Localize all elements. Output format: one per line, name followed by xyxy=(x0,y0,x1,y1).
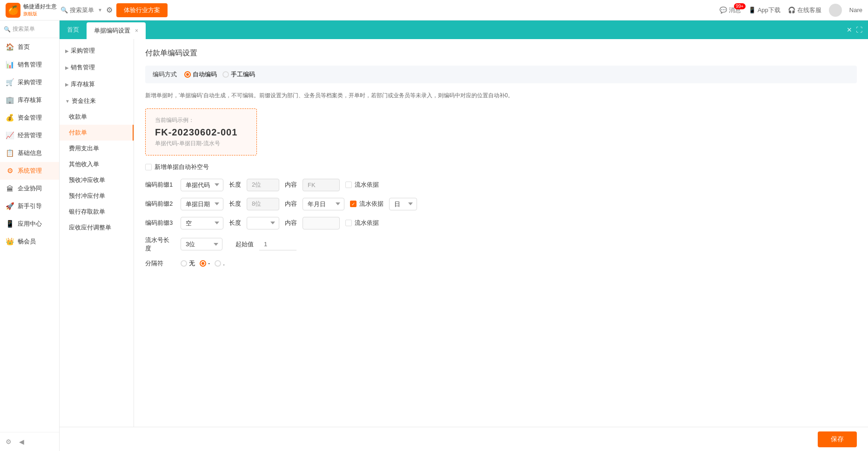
sales-icon: 📊 xyxy=(6,61,14,69)
left-nav-item-expense[interactable]: 费用支出单 xyxy=(60,141,134,156)
logo-icon: 🍊 xyxy=(6,3,20,18)
left-nav-item-prepayment[interactable]: 预付冲应付单 xyxy=(60,188,134,204)
sidebar-item-finance[interactable]: 💰 资金管理 xyxy=(0,109,59,127)
sidebar-item-sales[interactable]: 📊 销售管理 xyxy=(0,56,59,74)
separator-row: 分隔符 无 - . xyxy=(145,259,857,268)
prefix1-content-input xyxy=(303,179,340,191)
left-nav-purchase-title[interactable]: ▶ 采购管理 xyxy=(60,43,134,59)
sep-dot-radio[interactable]: . xyxy=(215,260,225,267)
auto-fill-label: 新增单据自动补空号 xyxy=(155,163,209,171)
sidebar-item-basic[interactable]: 📋 基础信息 xyxy=(0,144,59,162)
prefix2-length-label: 长度 xyxy=(229,200,241,208)
auto-encode-radio[interactable]: 自动编码 xyxy=(184,70,217,79)
sep-dot-circle xyxy=(215,260,221,267)
prefix2-select[interactable]: 单据日期 单据代码 空 xyxy=(181,198,223,210)
message-btn[interactable]: 💬 消息 99+ xyxy=(720,6,741,14)
tab-encode-setting[interactable]: 单据编码设置 × xyxy=(87,22,146,39)
sep-none-radio[interactable]: 无 xyxy=(181,259,195,268)
left-nav-item-adjustment[interactable]: 应收应付调整单 xyxy=(60,220,134,236)
serial-length-row: 流水号长度 3位 4位 5位 起始值 xyxy=(145,236,857,253)
bottom-bar: 保存 xyxy=(60,427,868,451)
left-nav: ▶ 采购管理 ▶ 销售管理 ▶ 库存核算 xyxy=(60,39,134,427)
trial-button[interactable]: 体验行业方案 xyxy=(116,3,168,17)
serial-length-label: 流水号长度 xyxy=(145,236,175,253)
manual-radio-circle xyxy=(222,71,229,78)
prefix1-select[interactable]: 单据代码 单据日期 空 xyxy=(181,179,223,191)
sep-dash-radio[interactable]: - xyxy=(200,260,210,267)
prefix3-serial-checkbox[interactable] xyxy=(345,220,352,226)
app-download-btn[interactable]: 📱 App下载 xyxy=(748,6,781,14)
tab-home[interactable]: 首页 xyxy=(60,20,87,39)
prefix2-row: 编码前缀2 单据日期 单据代码 空 长度 内容 年月日 xyxy=(145,198,857,210)
sidebar-collapse-btn[interactable]: ◀ xyxy=(17,436,26,447)
info-text: 新增单据时，'单据编码'自动生成，不可编辑。前缀设置为部门、业务员等档案类，开单… xyxy=(145,91,857,101)
left-nav-item-otherincome[interactable]: 其他收入单 xyxy=(60,156,134,172)
left-nav-item-receipt[interactable]: 收款单 xyxy=(60,109,134,125)
prefix1-select-wrap: 单据代码 单据日期 空 xyxy=(181,179,223,191)
topbar: 🍊 畅捷通好生意 旗舰版 🔍 搜索菜单 ▼ ⚙ 体验行业方案 💬 消息 99+ … xyxy=(0,0,868,20)
sidebar-item-system[interactable]: ⚙ 系统管理 xyxy=(0,162,59,180)
prefix2-content-label: 内容 xyxy=(285,200,297,208)
sidebar-item-guide[interactable]: 🚀 新手引导 xyxy=(0,197,59,215)
prefix1-serial-checkbox[interactable] xyxy=(345,182,352,188)
sep-none-circle xyxy=(181,260,187,267)
left-nav-item-bank[interactable]: 银行存取款单 xyxy=(60,204,134,220)
left-nav-item-payment[interactable]: 付款单 xyxy=(60,125,134,141)
prefix2-serial-unit-select[interactable]: 日 月 年 xyxy=(389,198,417,210)
main-layout: 🔍 首页 搜索菜单 🏠 首页 📊 销售管理 🛒 采购管理 🏢 库存核算 💰 资金… xyxy=(0,20,868,451)
home-icon: 🏠 xyxy=(6,43,14,51)
start-value-input[interactable] xyxy=(259,238,296,250)
purchase-icon: 🛒 xyxy=(6,78,14,87)
tab-close-icon[interactable]: × xyxy=(135,27,138,34)
prefix2-length-input xyxy=(247,198,279,210)
content-area: 首页 单据编码设置 × ✕ ⛶ ▶ 采购管理 xyxy=(60,20,868,451)
manual-encode-radio[interactable]: 手工编码 xyxy=(222,70,255,79)
auto-radio-circle xyxy=(184,71,191,78)
left-nav-sales-title[interactable]: ▶ 销售管理 xyxy=(60,60,134,75)
save-button[interactable]: 保存 xyxy=(818,431,857,447)
settings-icon[interactable]: ⚙ xyxy=(106,6,113,14)
sidebar-item-purchase[interactable]: 🛒 采购管理 xyxy=(0,74,59,91)
prefix3-content-input[interactable] xyxy=(303,217,340,229)
prefix1-label: 编码前缀1 xyxy=(145,181,175,189)
avatar[interactable] xyxy=(829,4,842,17)
finance-icon: 💰 xyxy=(6,114,14,122)
encode-type-row: 编码方式 自动编码 手工编码 xyxy=(145,66,857,83)
sidebar-search[interactable]: 🔍 首页 搜索菜单 xyxy=(0,20,59,38)
search-icon: 🔍 xyxy=(61,7,68,13)
sidebar-item-enterprise[interactable]: 🏛 企业协同 xyxy=(0,180,59,197)
sidebar-item-operation[interactable]: 📈 经营管理 xyxy=(0,127,59,144)
prefix2-content-select[interactable]: 年月日 年月 年 xyxy=(303,198,344,210)
sidebar-item-home[interactable]: 🏠 首页 xyxy=(0,38,59,56)
sidebar-item-member[interactable]: 👑 畅会员 xyxy=(0,233,59,250)
arrow-icon: ▶ xyxy=(65,65,69,70)
prefix2-serial-row: ✓ 流水依据 xyxy=(350,200,384,208)
service-btn[interactable]: 🎧 在线客服 xyxy=(788,6,821,14)
left-nav-item-prereceipt[interactable]: 预收冲应收单 xyxy=(60,172,134,188)
auto-fill-checkbox[interactable] xyxy=(145,164,152,170)
prefix3-row: 编码前缀3 空 单据代码 单据日期 长度 内容 xyxy=(145,217,857,229)
left-nav-inventory-title[interactable]: ▶ 库存核算 xyxy=(60,76,134,92)
sidebar-settings-btn[interactable]: ⚙ xyxy=(4,436,13,447)
prefix3-length-select[interactable] xyxy=(247,217,279,229)
sidebar-item-inventory[interactable]: 🏢 库存核算 xyxy=(0,91,59,109)
prefix2-content-select-wrap: 年月日 年月 年 xyxy=(303,198,344,210)
logo: 🍊 畅捷通好生意 旗舰版 xyxy=(6,3,57,18)
maximize-icon[interactable]: ⛶ xyxy=(856,26,862,34)
prefix3-label: 编码前缀3 xyxy=(145,219,175,227)
prefix3-select[interactable]: 空 单据代码 单据日期 xyxy=(181,217,223,229)
prefix3-content-label: 内容 xyxy=(285,219,297,227)
serial-length-select[interactable]: 3位 4位 5位 xyxy=(181,238,222,250)
operation-icon: 📈 xyxy=(6,131,14,140)
sidebar-item-appstore[interactable]: 📱 应用中心 xyxy=(0,215,59,233)
close-window-icon[interactable]: ✕ xyxy=(847,26,852,34)
sep-label: 分隔符 xyxy=(145,259,175,268)
appstore-icon: 📱 xyxy=(6,220,14,228)
prefix2-serial-checkbox[interactable]: ✓ xyxy=(350,201,357,207)
inventory-icon: 🏢 xyxy=(6,96,14,104)
code-preview-box: 当前编码示例： FK-20230602-001 单据代码-单据日期-流水号 xyxy=(145,108,257,155)
prefix2-label: 编码前缀2 xyxy=(145,200,175,208)
left-nav-capital-title[interactable]: ▼ 资金往来 xyxy=(60,93,134,109)
prefix3-length-label: 长度 xyxy=(229,219,241,227)
search-menu[interactable]: 🔍 搜索菜单 xyxy=(61,6,94,14)
